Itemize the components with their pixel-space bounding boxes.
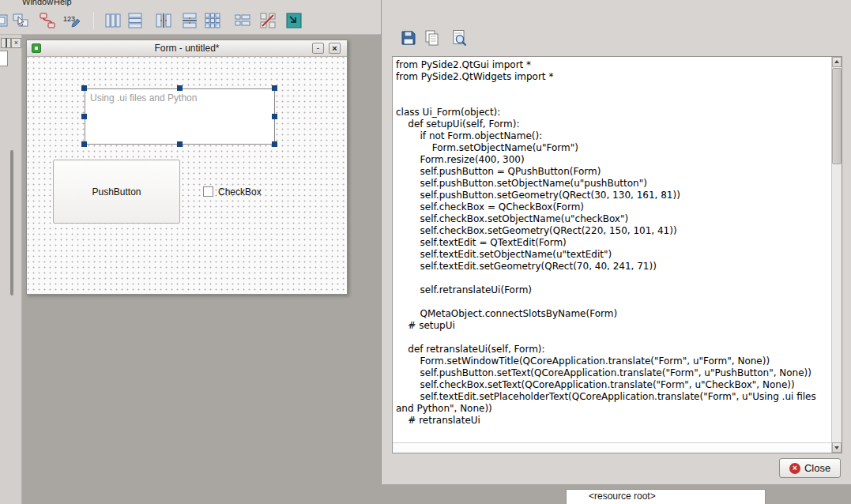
partial-toolbar-icon[interactable]	[0, 11, 10, 30]
widget-filter-input[interactable]	[0, 51, 8, 66]
scroll-down-button[interactable]	[832, 442, 842, 453]
dock-float-button[interactable]	[1, 38, 11, 48]
menu-help[interactable]: Help	[54, 0, 72, 6]
pushbutton-widget[interactable]: PushButton	[53, 160, 180, 224]
checkbox-widget[interactable]: CheckBox	[203, 175, 283, 208]
horizontal-scrollbar[interactable]	[393, 442, 831, 453]
resource-browser-panel: <resource root>	[566, 489, 766, 504]
layout-vertical-icon[interactable]	[126, 11, 145, 30]
dock-close-icon: ×	[14, 39, 18, 47]
form-editor-window: Form - untitled* - × Using .ui files and…	[26, 39, 348, 295]
code-text[interactable]: from PySide2.QtGui import * from PySide2…	[393, 57, 830, 442]
scroll-up-button[interactable]	[832, 57, 842, 67]
vertical-scrollbar[interactable]	[831, 57, 842, 453]
selection-handle-bottom-right[interactable]	[272, 141, 277, 147]
selection-handle-middle-left[interactable]	[81, 114, 87, 119]
arrow-up-icon	[834, 60, 839, 63]
selection-handle-bottom-middle[interactable]	[177, 141, 183, 147]
pushbutton-label: PushButton	[92, 186, 141, 197]
resource-root-item[interactable]: <resource root>	[567, 490, 765, 503]
layout-grid-icon[interactable]	[203, 11, 222, 30]
break-layout-icon[interactable]	[258, 11, 277, 30]
close-icon: ×	[789, 463, 800, 474]
selection-handle-bottom-left[interactable]	[81, 141, 87, 147]
adjust-size-icon[interactable]	[284, 11, 303, 30]
scrollbar-thumb[interactable]	[832, 68, 842, 164]
form-titlebar[interactable]: Form - untitled* - ×	[27, 40, 347, 57]
layout-vertical-splitter-icon[interactable]	[180, 11, 199, 30]
menu-window[interactable]: Window	[22, 0, 53, 6]
main-window-top-strip: Window Help 123	[0, 0, 381, 35]
minimize-button[interactable]: -	[312, 43, 324, 54]
svg-text:123: 123	[63, 15, 75, 23]
close-button[interactable]: × Close	[779, 458, 841, 478]
toolbar-separator	[93, 12, 94, 29]
form-canvas[interactable]: Using .ui files and Python PushButton Ch…	[28, 57, 346, 293]
layout-horizontal-icon[interactable]	[104, 11, 122, 30]
code-preview-dialog: from PySide2.QtGui import * from PySide2…	[381, 0, 851, 484]
dock-close-button[interactable]: ×	[11, 38, 21, 48]
edit-tab-order-icon[interactable]: 123	[62, 11, 81, 30]
close-window-button[interactable]: ×	[329, 43, 341, 54]
checkbox-indicator[interactable]	[203, 186, 213, 197]
close-button-label: Close	[804, 462, 830, 474]
find-icon[interactable]	[450, 28, 469, 47]
form-window-title: Form - untitled*	[27, 43, 347, 54]
textedit-placeholder: Using .ui files and Python	[90, 92, 197, 103]
layout-horizontal-splitter-icon[interactable]	[154, 11, 173, 30]
qt-designer-screen: Window Help 123	[0, 0, 851, 504]
selection-handle-middle-right[interactable]	[272, 114, 277, 119]
arrow-down-icon	[834, 446, 839, 449]
edit-widgets-icon[interactable]	[11, 11, 30, 30]
selection-handle-top-left[interactable]	[81, 85, 87, 91]
widget-box-dock: ×	[0, 35, 22, 504]
edit-signals-slots-icon[interactable]	[38, 11, 57, 30]
layout-form-icon[interactable]	[233, 11, 252, 30]
selection-handle-top-middle[interactable]	[177, 85, 183, 91]
code-view[interactable]: from PySide2.QtGui import * from PySide2…	[392, 56, 842, 453]
save-icon[interactable]	[399, 28, 418, 47]
textedit-widget[interactable]: Using .ui files and Python	[85, 88, 275, 145]
widget-box-scrollbar[interactable]	[10, 150, 13, 295]
dock-float-icon	[6, 38, 7, 47]
checkbox-label: CheckBox	[218, 186, 262, 197]
selection-handle-top-right[interactable]	[272, 85, 277, 91]
copy-icon[interactable]	[423, 28, 442, 47]
